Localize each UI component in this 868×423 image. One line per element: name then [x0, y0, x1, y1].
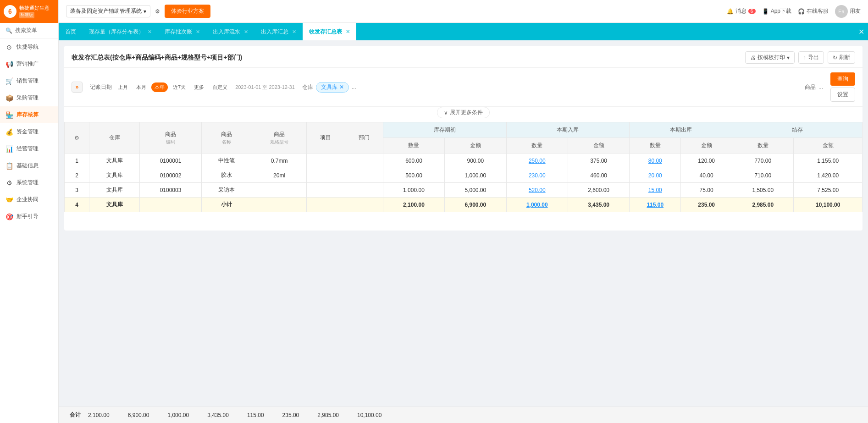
- subtotal-out-qty[interactable]: 115.00: [630, 198, 681, 212]
- cell-out-qty[interactable]: 80.00: [630, 154, 681, 168]
- sidebar-search[interactable]: 🔍 搜索菜单: [0, 23, 58, 38]
- finance-icon: 💰: [6, 128, 13, 136]
- app-selector[interactable]: 装备及固定资产辅助管理系统 ▾: [66, 5, 150, 17]
- filter-expand-btn[interactable]: »: [72, 82, 83, 93]
- date-btn-year[interactable]: 本年: [151, 82, 168, 92]
- cell-in-qty[interactable]: 520.00: [506, 183, 568, 198]
- chevron-down-icon: ∨: [444, 110, 448, 116]
- page-container: 收发存汇总表(按仓库+商品编码+商品+规格型号+项目+部门) 🖨 按模板打印 ▾…: [64, 46, 862, 231]
- cell-warehouse: 文具库: [89, 183, 140, 198]
- sales-icon: 🛒: [6, 77, 13, 85]
- table-container: ⚙ 仓库 商品编码 商品名称 商品规格型号 项目 部门 库存期初 本期入库 本期…: [64, 122, 862, 231]
- sidebar-item-sales[interactable]: 🛒 销售管理: [0, 72, 58, 89]
- th-warehouse: 仓库: [89, 122, 140, 154]
- th-gear[interactable]: ⚙: [65, 122, 89, 154]
- tab-close-inventory-dist[interactable]: ✕: [148, 29, 152, 35]
- cell-spec: 20ml: [252, 168, 306, 183]
- data-table: ⚙ 仓库 商品编码 商品名称 商品规格型号 项目 部门 库存期初 本期入库 本期…: [64, 122, 862, 212]
- inventory-icon: 🏪: [6, 111, 13, 119]
- th-balance: 结存: [732, 122, 862, 138]
- tab-batch[interactable]: 库存批次账 ✕: [158, 23, 206, 40]
- warehouse-tag[interactable]: 文具库 ✕: [316, 82, 349, 93]
- tab-home[interactable]: 首页: [59, 23, 83, 40]
- cell-project: [307, 154, 345, 168]
- table-subtotal-row: 4 文具库 小计 2,100.00 6,900.00 1,000.00 3,43…: [65, 198, 862, 212]
- cell-dept: [345, 168, 383, 183]
- sidebar-item-marketing[interactable]: 📢 营销推广: [0, 55, 58, 72]
- page-title: 收发存汇总表(按仓库+商品编码+商品+规格型号+项目+部门): [72, 54, 242, 62]
- total-label: 合计: [66, 411, 81, 419]
- operation-icon: 📊: [6, 145, 13, 153]
- trial-btn[interactable]: 体验行业方案: [165, 5, 210, 18]
- sidebar-item-basic[interactable]: 📋 基础信息: [0, 157, 58, 174]
- warehouse-more[interactable]: ...: [352, 84, 356, 90]
- settings-icon[interactable]: ⚙: [155, 8, 160, 15]
- th-out-amt: 金额: [681, 138, 732, 154]
- refresh-btn[interactable]: ↻ 刷新: [828, 51, 855, 64]
- export-icon: ↑: [803, 55, 806, 61]
- print-btn[interactable]: 🖨 按模板打印 ▾: [745, 51, 795, 64]
- user-menu[interactable]: Ea 用友: [835, 5, 861, 18]
- subtotal-code: [140, 198, 201, 212]
- date-btn-custom[interactable]: 自定义: [209, 82, 231, 92]
- cell-code: 0100002: [140, 168, 201, 183]
- cell-out-qty[interactable]: 20.00: [630, 168, 681, 183]
- subtotal-balance-amt: 10,100.00: [794, 198, 862, 212]
- app-download-btn[interactable]: 📱 App下载: [762, 7, 791, 15]
- sidebar-item-operation[interactable]: 📊 经营管理: [0, 140, 58, 157]
- cell-warehouse: 文具库: [89, 168, 140, 183]
- th-opening-qty: 数量: [383, 138, 444, 154]
- cell-name: 中性笔: [201, 154, 252, 168]
- sidebar-item-system[interactable]: ⚙ 系统管理: [0, 174, 58, 191]
- warehouse-tag-close[interactable]: ✕: [339, 84, 344, 90]
- commodity-more[interactable]: ...: [818, 84, 823, 90]
- online-service-btn[interactable]: 🎧 在线客服: [798, 7, 829, 15]
- subtotal-opening-qty: 2,100.00: [383, 198, 444, 212]
- cell-no: 3: [65, 183, 89, 198]
- subtotal-in-qty[interactable]: 1,000.00: [506, 198, 568, 212]
- filter-action-buttons: 查询 设置: [830, 72, 855, 102]
- subtotal-out-amt: 235.00: [681, 198, 732, 212]
- tabbar-close-btn[interactable]: ✕: [858, 27, 864, 36]
- tab-inout-summary[interactable]: 出入库汇总 ✕: [254, 23, 303, 40]
- tab-close-receive-summary[interactable]: ✕: [346, 29, 350, 35]
- total-opening-qty: 2,100.00: [88, 412, 110, 418]
- cell-code: 0100003: [140, 183, 201, 198]
- date-btn-prev[interactable]: 上月: [115, 82, 131, 92]
- app-logo-text: 畅捷通好生意 标准版: [19, 5, 50, 18]
- sidebar-logo: 6 畅捷通好生意 标准版: [0, 0, 58, 23]
- tab-close-inout-summary[interactable]: ✕: [292, 29, 296, 35]
- notifications-btn[interactable]: 🔔 消息 6: [727, 7, 756, 15]
- th-opening: 库存期初: [383, 122, 506, 138]
- gear-icon[interactable]: ⚙: [74, 135, 79, 141]
- query-btn[interactable]: 查询: [830, 72, 855, 86]
- cell-out-qty[interactable]: 15.00: [630, 183, 681, 198]
- cell-in-qty[interactable]: 230.00: [506, 168, 568, 183]
- cell-in-qty[interactable]: 250.00: [506, 154, 568, 168]
- sidebar-item-purchase[interactable]: 📦 采购管理: [0, 89, 58, 106]
- main-content: 收发存汇总表(按仓库+商品编码+商品+规格型号+项目+部门) 🖨 按模板打印 ▾…: [59, 40, 868, 423]
- expand-more-btn[interactable]: ∨ 展开更多条件: [437, 107, 490, 118]
- tab-close-batch[interactable]: ✕: [196, 29, 200, 35]
- sidebar-item-quick-nav[interactable]: ⊙ 快捷导航: [0, 38, 58, 55]
- export-btn[interactable]: ↑ 导出: [798, 51, 824, 64]
- filter-settings-btn[interactable]: 设置: [830, 88, 855, 102]
- th-in-qty: 数量: [506, 138, 568, 154]
- date-btn-curr[interactable]: 本月: [133, 82, 149, 92]
- date-btn-more[interactable]: 更多: [191, 82, 207, 92]
- tab-receive-summary[interactable]: 收发存汇总表 ✕: [303, 23, 356, 40]
- cell-name: 采访本: [201, 183, 252, 198]
- cell-opening-amt: 900.00: [445, 154, 506, 168]
- subtotal-project: [307, 198, 345, 212]
- topbar-right: 🔔 消息 6 📱 App下载 🎧 在线客服 Ea 用友: [727, 5, 861, 18]
- sidebar-item-guide[interactable]: 🎯 新手引导: [0, 208, 58, 225]
- sidebar-item-collab[interactable]: 🤝 企业协同: [0, 191, 58, 208]
- tab-inout-flow[interactable]: 出入库流水 ✕: [206, 23, 254, 40]
- sidebar-item-inventory[interactable]: 🏪 库存核算: [0, 106, 58, 123]
- phone-icon: 📱: [762, 8, 769, 15]
- tab-inventory-dist[interactable]: 现存量（库存分布表） ✕: [83, 23, 158, 40]
- date-btn-last7[interactable]: 近7天: [170, 82, 189, 92]
- th-out: 本期出库: [630, 122, 732, 138]
- tab-close-inout-flow[interactable]: ✕: [244, 29, 248, 35]
- sidebar-item-finance[interactable]: 💰 资金管理: [0, 123, 58, 140]
